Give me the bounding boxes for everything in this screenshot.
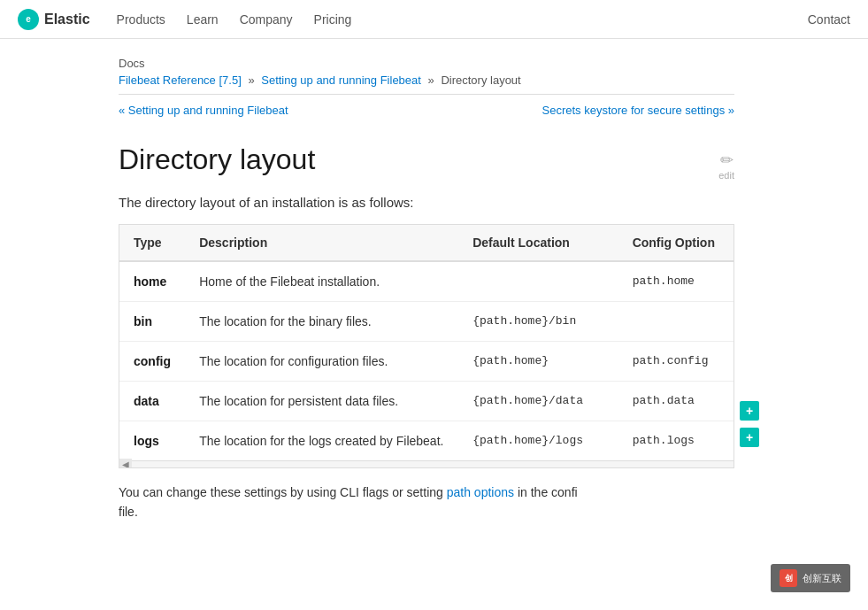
cell-type: bin xyxy=(119,302,185,342)
edit-icon: ✏ xyxy=(720,151,734,170)
nav-company[interactable]: Company xyxy=(240,12,293,27)
cell-default-location: {path.home}/data xyxy=(458,382,618,421)
bottom-text-after: in the confi xyxy=(514,485,578,499)
col-header-config: Config Option xyxy=(618,225,734,261)
expand-button-2[interactable]: + xyxy=(740,428,759,447)
table-scroll[interactable]: Type Description Default Location Config… xyxy=(119,225,734,460)
expand-buttons: + + xyxy=(740,401,759,447)
breadcrumb-sep1: » xyxy=(248,73,254,87)
table-wrapper: Type Description Default Location Config… xyxy=(119,224,734,468)
bottom-text-line2: file. xyxy=(119,505,138,519)
logo-icon: e xyxy=(18,9,39,30)
table-row: homeHome of the Filebeat installation.pa… xyxy=(119,261,734,302)
watermark-icon: 创 xyxy=(780,569,797,587)
next-link[interactable]: Secrets keystore for secure settings » xyxy=(542,104,734,117)
cell-description: The location for the logs created by Fil… xyxy=(185,421,458,461)
cell-type: logs xyxy=(119,421,185,461)
table-container: Type Description Default Location Config… xyxy=(119,224,734,468)
cell-type: data xyxy=(119,382,185,421)
cell-description: The location for the binary files. xyxy=(185,302,458,342)
watermark: 创 创新互联 xyxy=(771,564,850,592)
cell-config-option: path.data xyxy=(618,382,734,421)
scroll-left-arrow[interactable]: ◀ xyxy=(119,459,132,469)
path-options-link[interactable]: path options xyxy=(447,485,514,499)
cell-config-option: path.config xyxy=(618,342,734,382)
logo-text: Elastic xyxy=(44,12,90,27)
cell-default-location: {path.home}/bin xyxy=(458,302,618,342)
nav-contact[interactable]: Contact xyxy=(808,12,850,27)
breadcrumb-sep2: » xyxy=(428,73,434,87)
logo[interactable]: e Elastic xyxy=(18,9,90,30)
navbar: e Elastic Products Learn Company Pricing… xyxy=(0,0,868,39)
cell-config-option: path.home xyxy=(618,261,734,302)
table-row: dataThe location for persistent data fil… xyxy=(119,382,734,421)
breadcrumb: Filebeat Reference [7.5] » Setting up an… xyxy=(119,73,734,87)
col-header-desc: Description xyxy=(185,225,458,261)
cell-description: The location for persistent data files. xyxy=(185,382,458,421)
cell-default-location: {path.home}/logs xyxy=(458,421,618,461)
watermark-text: 创新互联 xyxy=(803,572,841,585)
edit-link[interactable]: ✏ edit xyxy=(718,151,734,181)
table-head: Type Description Default Location Config… xyxy=(119,225,734,261)
table-header-row: Type Description Default Location Config… xyxy=(119,225,734,261)
prev-link[interactable]: « Setting up and running Filebeat xyxy=(119,104,288,117)
cell-config-option: path.logs xyxy=(618,421,734,461)
cell-default-location xyxy=(458,261,618,302)
cell-description: The location for configuration files. xyxy=(185,342,458,382)
table-body: homeHome of the Filebeat installation.pa… xyxy=(119,261,734,460)
table-hscroll-bar: ◀ xyxy=(119,460,734,467)
page-wrapper: Docs Filebeat Reference [7.5] » Setting … xyxy=(0,39,868,540)
nav-links: Products Learn Company Pricing xyxy=(117,12,808,27)
next-arrow: » xyxy=(728,104,734,117)
nav-products[interactable]: Products xyxy=(117,12,165,27)
right-sidebar xyxy=(761,39,867,540)
content-area: Docs Filebeat Reference [7.5] » Setting … xyxy=(0,39,761,540)
breadcrumb-current: Directory layout xyxy=(441,73,520,87)
page-heading: Directory layout ✏ edit xyxy=(119,143,734,181)
table-row: logsThe location for the logs created by… xyxy=(119,421,734,461)
breadcrumb-link-filebeat[interactable]: Filebeat Reference [7.5] xyxy=(119,73,242,87)
col-header-type: Type xyxy=(119,225,185,261)
col-header-location: Default Location xyxy=(458,225,618,261)
prev-text: Setting up and running Filebeat xyxy=(128,104,288,117)
page-description: The directory layout of an installation … xyxy=(119,195,734,210)
cell-type: home xyxy=(119,261,185,302)
prev-next-nav: « Setting up and running Filebeat Secret… xyxy=(119,94,734,126)
cell-type: config xyxy=(119,342,185,382)
table-row: binThe location for the binary files.{pa… xyxy=(119,302,734,342)
expand-button-1[interactable]: + xyxy=(740,401,759,421)
docs-label: Docs xyxy=(119,57,734,70)
breadcrumb-link-setup[interactable]: Setting up and running Filebeat xyxy=(261,73,421,87)
prev-arrow: « xyxy=(119,104,125,117)
bottom-text-before: You can change these settings by using C… xyxy=(119,485,447,499)
cell-description: Home of the Filebeat installation. xyxy=(185,261,458,302)
cell-default-location: {path.home} xyxy=(458,342,618,382)
page-title: Directory layout xyxy=(119,143,315,176)
nav-pricing[interactable]: Pricing xyxy=(314,12,352,27)
directory-table: Type Description Default Location Config… xyxy=(119,225,734,460)
next-text: Secrets keystore for secure settings xyxy=(542,104,725,117)
cell-config-option xyxy=(618,302,734,342)
nav-learn[interactable]: Learn xyxy=(187,12,219,27)
table-row: configThe location for configuration fil… xyxy=(119,342,734,382)
bottom-text: You can change these settings by using C… xyxy=(119,483,734,522)
edit-label: edit xyxy=(718,170,734,181)
